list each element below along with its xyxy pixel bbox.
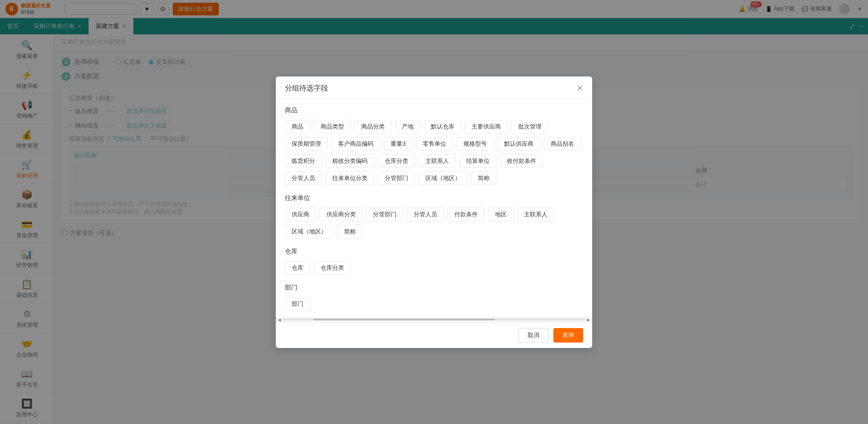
modal-title: 分组待选字段 [285, 84, 328, 93]
field-tag[interactable]: 商品分类 [354, 120, 392, 133]
field-tag[interactable]: 规格型号 [457, 137, 494, 151]
field-tag[interactable]: 仓库分类 [378, 154, 415, 168]
category-department-fields: 部门 [285, 297, 583, 311]
field-tag[interactable]: 默认仓库 [424, 120, 461, 133]
field-tag[interactable]: 分管人员 [407, 208, 444, 221]
field-tag[interactable]: 分管部门 [366, 208, 403, 221]
field-tag[interactable]: 主联系人 [419, 154, 456, 168]
category-partner-title: 往来单位 [285, 194, 583, 202]
field-tag[interactable]: 主要供应商 [465, 120, 508, 133]
field-select-modal: 分组待选字段 ✕ 商品 商品 商品类型 商品分类 产地 默认仓库 主要供应商 批… [276, 76, 592, 348]
modal-horizontal-scrollbar[interactable]: ◀ ▶ [276, 317, 592, 322]
field-tag[interactable]: 产地 [395, 120, 420, 133]
field-tag[interactable]: 地区 [488, 208, 514, 221]
field-tag[interactable]: 分管部门 [378, 172, 415, 185]
field-tag[interactable]: 商品别名 [544, 137, 581, 151]
field-tag[interactable]: 炼货积分 [285, 154, 322, 168]
category-warehouse: 仓库 仓库 仓库分类 [285, 248, 583, 275]
field-tag[interactable]: 仓库分类 [314, 261, 351, 275]
category-warehouse-fields: 仓库 仓库分类 [285, 261, 583, 275]
modal-header: 分组待选字段 ✕ [276, 76, 592, 99]
category-department-title: 部门 [285, 284, 583, 292]
field-tag[interactable]: 商品类型 [314, 120, 351, 133]
field-tag[interactable]: 区域（地区） [285, 225, 334, 238]
field-tag[interactable]: 往来单位分类 [326, 172, 374, 185]
field-tag[interactable]: 默认供应商 [497, 137, 540, 151]
field-tag[interactable]: 简称 [337, 225, 363, 238]
category-department: 部门 部门 [285, 284, 583, 311]
field-tag[interactable]: 供应商 [285, 208, 316, 221]
field-tag[interactable]: 供应商分类 [320, 208, 363, 221]
category-goods-title: 商品 [285, 106, 583, 114]
field-tag[interactable]: 保质期管理 [285, 137, 328, 151]
field-tag[interactable]: 付款条件 [448, 208, 485, 221]
field-tag[interactable]: 批次管理 [511, 120, 548, 133]
field-tag[interactable]: 客户商品编码 [331, 137, 380, 151]
field-tag[interactable]: 重量3 [384, 137, 412, 151]
modal-confirm-button[interactable]: 查询 [553, 328, 583, 343]
field-tag[interactable]: 零售单位 [416, 137, 453, 151]
field-tag[interactable]: 主联系人 [517, 208, 554, 221]
field-tag[interactable]: 分管人员 [285, 172, 322, 185]
category-partner: 往来单位 供应商 供应商分类 分管部门 分管人员 付款条件 地区 主联系人 区域… [285, 194, 583, 238]
modal-close-button[interactable]: ✕ [576, 84, 583, 92]
field-tag[interactable]: 部门 [285, 297, 310, 311]
field-tag[interactable]: 税收分类编码 [326, 154, 374, 168]
modal-cancel-button[interactable]: 取消 [518, 328, 549, 343]
scroll-left-arrow[interactable]: ◀ [276, 317, 283, 322]
modal-overlay: 分组待选字段 ✕ 商品 商品 商品类型 商品分类 产地 默认仓库 主要供应商 批… [0, 0, 868, 424]
modal-body: 商品 商品 商品类型 商品分类 产地 默认仓库 主要供应商 批次管理 保质期管理… [276, 99, 592, 317]
field-tag[interactable]: 简称 [471, 172, 496, 185]
category-goods-fields: 商品 商品类型 商品分类 产地 默认仓库 主要供应商 批次管理 保质期管理 客户… [285, 120, 583, 185]
category-goods: 商品 商品 商品类型 商品分类 产地 默认仓库 主要供应商 批次管理 保质期管理… [285, 106, 583, 185]
category-warehouse-title: 仓库 [285, 248, 583, 256]
field-tag[interactable]: 商品 [285, 120, 310, 133]
scroll-bar-track [283, 319, 585, 320]
category-partner-fields: 供应商 供应商分类 分管部门 分管人员 付款条件 地区 主联系人 区域（地区） … [285, 208, 583, 238]
field-tag[interactable]: 区域（地区） [419, 172, 467, 185]
scroll-thumb [313, 319, 495, 320]
field-tag[interactable]: 仓库 [285, 261, 310, 275]
scroll-right-arrow[interactable]: ▶ [585, 317, 592, 322]
field-tag[interactable]: 收付款条件 [500, 154, 543, 168]
modal-footer: 取消 查询 [276, 322, 592, 348]
field-tag[interactable]: 结算单位 [459, 154, 496, 168]
